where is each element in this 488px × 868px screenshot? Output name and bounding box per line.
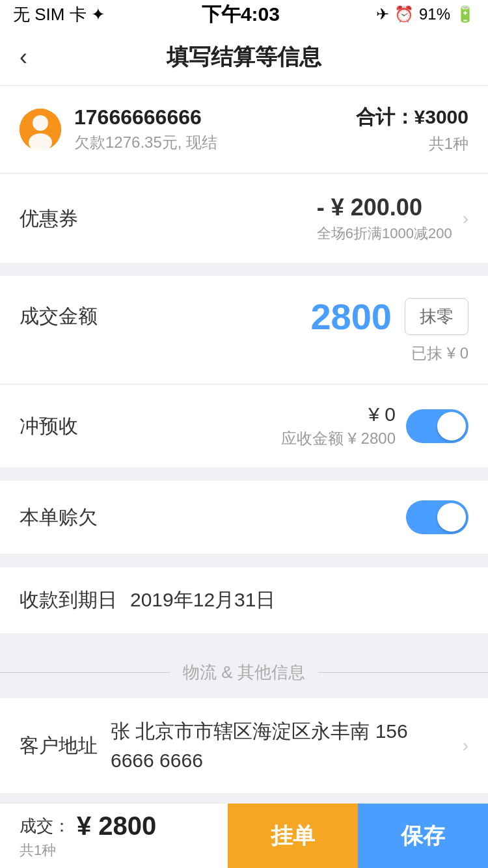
save-button[interactable]: 保存 [358,804,488,869]
section-divider-2 [0,468,488,480]
status-left: 无 SIM 卡 ✦ [13,3,105,26]
customer-count: 共1种 [356,133,468,154]
chevron-right-icon: › [463,208,468,229]
status-bar: 无 SIM 卡 ✦ 下午4:03 ✈ ⏰ 91% 🔋 [0,0,488,29]
back-button[interactable]: ‹ [20,44,27,71]
prepay-sub: 应收金额 ¥ 2800 [281,428,396,449]
header: ‹ 填写结算等信息 [0,29,488,86]
credit-section: 本单赊欠 [0,480,488,554]
footer-total-label: 成交： [20,815,70,837]
transaction-section: 成交金额 2800 抹零 已抹 ¥ 0 [0,276,488,383]
svg-point-1 [33,115,48,131]
customer-card: 17666666666 欠款1276.35元, 现结 合计：¥3000 共1种 [0,86,488,172]
coupon-right: - ¥ 200.00 全场6折满1000减200 › [317,194,468,243]
transaction-right: 2800 抹零 [310,295,468,338]
credit-label: 本单赊欠 [20,504,98,531]
footer: 成交： ¥ 2800 共1种 挂单 保存 [0,803,488,868]
transaction-amount: 2800 [310,295,392,338]
duedate-label: 收款到期日 [20,587,117,614]
transaction-sub: 已抹 ¥ 0 [20,343,468,364]
duedate-row: 收款到期日 2019年12月31日 [20,587,468,614]
navigation-icon: ✈ [376,5,389,23]
round-button[interactable]: 抹零 [405,298,468,335]
coupon-amount: - ¥ 200.00 [317,194,452,221]
alarm-icon: ⏰ [394,5,414,23]
footer-total-value: ¥ 2800 [77,811,156,841]
customer-right: 合计：¥3000 共1种 [356,104,468,154]
footer-info: 成交： ¥ 2800 共1种 [0,811,228,860]
logistics-title: 物流 & 其他信息 [170,661,318,684]
section-divider-4 [0,634,488,646]
prepay-right: ¥ 0 应收金额 ¥ 2800 [281,403,468,449]
customer-debt: 欠款1276.35元, 现结 [74,132,217,153]
prepay-row: 冲预收 ¥ 0 应收金额 ¥ 2800 [20,403,468,449]
prepay-section: 冲预收 ¥ 0 应收金额 ¥ 2800 [0,385,488,467]
customer-phone: 17666666666 [74,105,217,129]
customer-info: 17666666666 欠款1276.35元, 现结 [74,105,217,153]
duedate-value: 2019年12月31日 [130,587,275,614]
toggle-knob [437,412,466,441]
address-section[interactable]: 客户地址 张 北京市市辖区海淀区永丰南 156 6666 6666 › [0,698,488,794]
page-title: 填写结算等信息 [167,42,321,72]
prepay-label: 冲预收 [20,413,78,440]
section-divider-1 [0,264,488,276]
customer-left: 17666666666 欠款1276.35元, 现结 [20,105,217,153]
credit-row: 本单赊欠 [20,500,468,534]
section-divider-3 [0,555,488,567]
coupon-row[interactable]: 优惠券 - ¥ 200.00 全场6折满1000减200 › [0,174,488,263]
address-chevron-icon: › [463,735,468,756]
coupon-desc: 全场6折满1000减200 [317,224,452,243]
hold-button[interactable]: 挂单 [228,804,358,869]
battery-icon: 🔋 [455,5,475,23]
prepay-amount: ¥ 0 [281,403,396,426]
credit-toggle[interactable] [406,500,468,534]
prepay-toggle[interactable] [406,409,468,443]
prepay-amount-block: ¥ 0 应收金额 ¥ 2800 [281,403,396,449]
footer-total-row: 成交： ¥ 2800 [20,811,208,841]
address-content: 张 北京市市辖区海淀区永丰南 156 6666 6666 [111,716,450,775]
customer-total: 合计：¥3000 [356,104,468,131]
address-label: 客户地址 [20,733,98,759]
duedate-section: 收款到期日 2019年12月31日 [0,567,488,633]
status-right: ✈ ⏰ 91% 🔋 [376,5,475,23]
status-time: 下午4:03 [202,1,280,28]
avatar [20,109,61,150]
logistics-header: 物流 & 其他信息 [0,646,488,698]
transaction-label: 成交金额 [20,303,98,330]
footer-count: 共1种 [20,841,208,860]
credit-toggle-knob [437,503,466,532]
battery-status: 91% [419,5,450,23]
sim-status: 无 SIM 卡 ✦ [13,3,105,26]
transaction-row: 成交金额 2800 抹零 [20,295,468,338]
coupon-label: 优惠券 [20,206,78,232]
